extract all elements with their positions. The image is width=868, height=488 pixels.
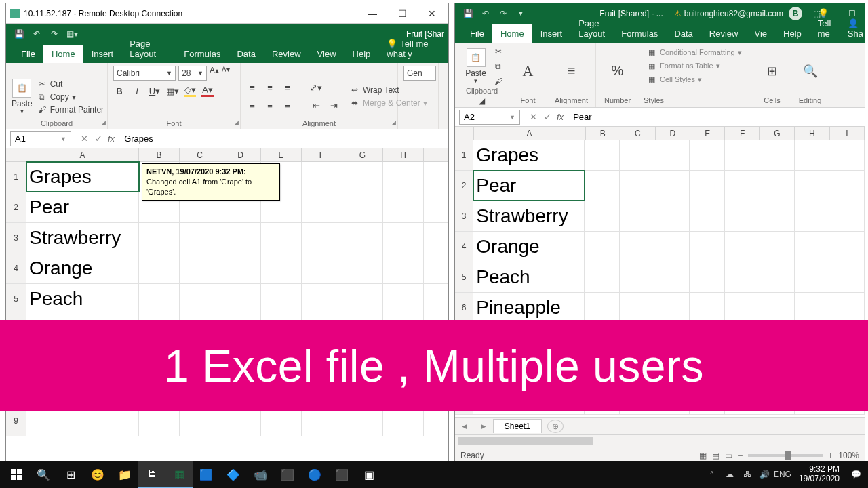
cell[interactable] <box>139 284 180 314</box>
alignment-launcher-icon[interactable]: ◢ <box>391 119 396 126</box>
italic-button[interactable]: I <box>131 85 143 97</box>
group-cells[interactable]: ⊞ Cells <box>753 43 791 107</box>
app-icon[interactable]: 🟦 <box>193 461 220 488</box>
rdp-taskbar-icon[interactable]: 🖥 <box>138 461 165 488</box>
col-header[interactable]: B <box>586 127 620 140</box>
cell[interactable] <box>585 293 620 323</box>
cell[interactable] <box>302 223 342 253</box>
clipboard-launcher-icon[interactable]: ◢ <box>101 119 106 126</box>
cell[interactable] <box>654 293 690 323</box>
cell[interactable] <box>620 140 655 170</box>
view-break-icon[interactable]: ▭ <box>725 451 732 460</box>
cell[interactable] <box>620 171 655 201</box>
cell[interactable] <box>342 192 383 222</box>
undo-icon[interactable]: ↶ <box>479 7 492 20</box>
tab-help[interactable]: Help <box>775 24 810 43</box>
row-header[interactable]: 5 <box>6 284 26 314</box>
cell[interactable] <box>302 192 342 222</box>
col-header[interactable]: I <box>830 127 865 140</box>
cell[interactable] <box>220 253 261 283</box>
cell[interactable]: Grapes <box>473 140 585 170</box>
account-email[interactable]: buitronghieu82@gmail.com <box>684 9 783 18</box>
tab-insert[interactable]: Insert <box>83 45 122 63</box>
zoom-out-icon[interactable]: − <box>738 451 743 460</box>
cell[interactable] <box>690 140 725 170</box>
cell[interactable] <box>180 284 220 314</box>
app-icon[interactable]: 🔷 <box>220 461 247 488</box>
zoom-level[interactable]: 100% <box>838 451 859 460</box>
align-middle-icon[interactable]: ≡ <box>264 82 276 94</box>
cell[interactable] <box>342 284 383 314</box>
cell-styles-button[interactable]: ▦Cell Styles ▾ <box>646 74 746 85</box>
format-as-table-button[interactable]: ▦Format as Table ▾ <box>646 60 746 71</box>
cut-button[interactable]: ✂Cut <box>37 79 104 89</box>
cell[interactable] <box>383 284 424 314</box>
cell[interactable]: Strawberry <box>473 201 585 231</box>
align-top-icon[interactable]: ≡ <box>246 82 258 94</box>
fx-enter-icon[interactable]: ✓ <box>544 112 551 122</box>
tell-me[interactable]: 💡Tell me what y <box>378 35 448 63</box>
cell[interactable] <box>383 192 424 222</box>
task-view-icon[interactable]: ⊞ <box>57 461 84 488</box>
tab-formulas[interactable]: Formulas <box>613 24 666 43</box>
col-header[interactable]: F <box>302 148 342 161</box>
col-header[interactable]: F <box>725 127 760 140</box>
redo-icon[interactable]: ↷ <box>497 7 509 20</box>
cell[interactable] <box>795 140 830 170</box>
cell[interactable] <box>690 232 725 262</box>
tab-file[interactable]: File <box>13 45 43 63</box>
cell[interactable] <box>342 223 383 253</box>
increase-font-icon[interactable]: A▴ <box>210 66 219 81</box>
name-box-left[interactable]: A1▼ <box>10 131 71 146</box>
col-header[interactable]: G <box>342 148 383 161</box>
cell[interactable] <box>139 223 180 253</box>
fx-icon[interactable]: fx <box>108 134 115 144</box>
cell[interactable] <box>795 232 830 262</box>
format-painter-button[interactable]: 🖌Format Painter <box>37 104 104 115</box>
rdp-close-button[interactable]: ✕ <box>417 4 447 23</box>
fx-icon[interactable]: fx <box>557 112 564 122</box>
row-header[interactable]: 1 <box>6 162 26 192</box>
row-header[interactable]: 1 <box>455 140 473 170</box>
cell[interactable] <box>383 162 424 192</box>
col-header[interactable]: B <box>139 148 180 161</box>
cell[interactable] <box>585 262 620 292</box>
font-launcher-icon[interactable]: ◢ <box>234 119 239 126</box>
formula-input-left[interactable]: Grapes <box>121 134 448 144</box>
cell[interactable] <box>585 232 620 262</box>
paste-button[interactable]: 📋 Paste▼ <box>460 48 492 84</box>
tab-home[interactable]: Home <box>492 24 532 43</box>
tab-view[interactable]: Vie <box>746 24 775 43</box>
tab-data[interactable]: Data <box>229 45 263 63</box>
col-header[interactable]: D <box>220 148 261 161</box>
cell[interactable] <box>620 262 655 292</box>
col-header[interactable]: H <box>383 148 424 161</box>
cell[interactable] <box>690 262 725 292</box>
copy-icon[interactable]: ⧉ <box>493 61 504 72</box>
cell[interactable] <box>829 140 865 170</box>
app-icon[interactable]: 📹 <box>247 461 274 488</box>
cell[interactable]: Strawberry <box>26 223 139 253</box>
qat-more-icon[interactable]: ▦▾ <box>66 28 78 40</box>
cell[interactable] <box>829 171 865 201</box>
cell[interactable] <box>383 253 424 283</box>
clipboard-launcher-icon[interactable]: ◢ <box>479 96 485 106</box>
cell[interactable] <box>180 223 220 253</box>
tab-help[interactable]: Help <box>344 45 379 63</box>
cell[interactable] <box>690 293 725 323</box>
cell[interactable] <box>690 171 725 201</box>
select-all[interactable] <box>6 148 26 161</box>
row-header[interactable]: 2 <box>6 192 26 222</box>
cell[interactable] <box>261 284 302 314</box>
app-icon[interactable]: ⬛ <box>274 461 301 488</box>
view-normal-icon[interactable]: ▦ <box>699 451 707 460</box>
align-right-icon[interactable]: ≡ <box>281 100 294 112</box>
row-header[interactable]: 3 <box>6 223 26 253</box>
zoom-in-icon[interactable]: + <box>828 451 833 460</box>
view-page-icon[interactable]: ▤ <box>712 451 719 460</box>
cell[interactable] <box>654 262 690 292</box>
col-header[interactable]: E <box>690 127 725 140</box>
chrome-icon[interactable]: 🔵 <box>301 461 328 488</box>
cell[interactable] <box>654 232 690 262</box>
cell[interactable] <box>220 284 261 314</box>
